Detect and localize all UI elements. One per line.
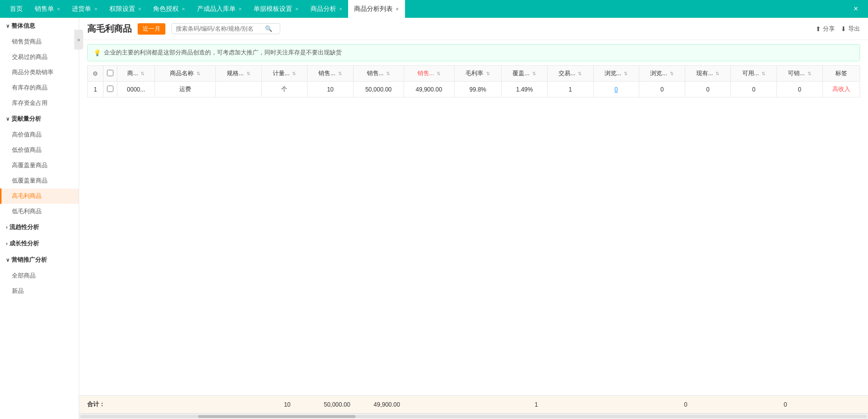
col-tag[interactable]: 标签 — [822, 66, 860, 82]
scrollbar-track[interactable] — [80, 415, 867, 418]
footer-trade: 1 — [511, 401, 562, 408]
col-code[interactable]: 商... ⇅ — [117, 66, 155, 82]
sidebar: ∨ 整体信息 销售货商品 交易过的商品 商品分类助销率 有库存的商品 库存资金占… — [0, 18, 79, 419]
sidebar-item-sales-goods[interactable]: 销售货商品 — [0, 34, 79, 49]
row-sales-cost: 49,900.00 — [404, 82, 454, 97]
col-trade[interactable]: 交易... ⇅ — [547, 66, 593, 82]
col-stock-current[interactable]: 现有... ⇅ — [685, 66, 731, 82]
nav-item-home[interactable]: 首页 — [4, 0, 29, 18]
col-sales-qty[interactable]: 销售... ⇅ — [307, 66, 354, 82]
nav-close-sales[interactable]: × — [57, 6, 60, 12]
search-icon[interactable]: 🔍 — [265, 25, 272, 32]
sidebar-item-low-margin[interactable]: 低毛利商品 — [0, 204, 79, 219]
row-index: 1 — [88, 82, 103, 97]
col-unit[interactable]: 计量... ⇅ — [261, 66, 307, 82]
row-sales-qty: 10 — [307, 82, 354, 97]
col-spec[interactable]: 规格... ⇅ — [216, 66, 262, 82]
sidebar-item-high-margin[interactable]: 高毛利商品 — [0, 188, 79, 204]
nav-item-analysis[interactable]: 商品分析 × — [305, 0, 348, 18]
nav-item-stock-in[interactable]: 产成品入库单 × — [191, 0, 248, 18]
row-browse2: 0 — [639, 82, 685, 97]
arrow-overall: ∨ — [6, 23, 9, 29]
sidebar-group-marketing[interactable]: ∨ 营销推广分析 — [0, 252, 79, 268]
nav-close-role[interactable]: × — [182, 6, 185, 12]
sidebar-item-in-stock[interactable]: 有库存的商品 — [0, 80, 79, 95]
arrow-growth: › — [6, 241, 7, 246]
sort-icon-coverage: ⇅ — [532, 71, 536, 76]
nav-item-purchase[interactable]: 进货单 × — [66, 0, 103, 18]
share-button[interactable]: ⬆ 分享 — [816, 25, 835, 33]
sidebar-item-high-coverage[interactable]: 高覆盖量商品 — [0, 158, 79, 173]
col-stock-available[interactable]: 可用... ⇅ — [731, 66, 777, 82]
sort-icon-gross-margin: ⇅ — [486, 71, 490, 76]
row-checkbox-cell[interactable] — [103, 82, 117, 97]
nav-item-analysis-list[interactable]: 商品分析列表 × — [348, 0, 405, 18]
footer-sales-cost: 49,900.00 — [362, 401, 412, 408]
footer-stock-current: 0 — [661, 401, 711, 408]
sidebar-collapse-button[interactable]: « — [74, 30, 83, 49]
col-name[interactable]: 商品名称 ⇅ — [155, 66, 216, 82]
settings-icon[interactable]: ⚙ — [93, 70, 98, 77]
sidebar-group-contribution[interactable]: ∨ 贡献量分析 — [0, 111, 79, 127]
col-settings[interactable]: ⚙ — [88, 66, 103, 82]
sidebar-group-overall[interactable]: ∨ 整体信息 — [0, 18, 79, 34]
row-gross-margin: 99.8% — [454, 82, 502, 97]
row-checkbox[interactable] — [107, 86, 113, 92]
arrow-trend: › — [6, 225, 7, 230]
sort-icon-unit: ⇅ — [292, 71, 296, 76]
sidebar-group-trend[interactable]: › 流趋性分析 — [0, 219, 79, 235]
nav-item-permission[interactable]: 权限设置 × — [103, 0, 147, 18]
nav-item-sales[interactable]: 销售单 × — [29, 0, 66, 18]
search-input[interactable] — [176, 25, 265, 32]
sidebar-item-new-goods[interactable]: 新品 — [0, 283, 79, 299]
sidebar-item-low-coverage[interactable]: 低覆盖量商品 — [0, 173, 79, 188]
sidebar-item-all-goods[interactable]: 全部商品 — [0, 268, 79, 283]
sort-icon-browse2: ⇅ — [670, 71, 674, 76]
nav-close-stock-in[interactable]: × — [239, 6, 242, 12]
row-stock-current: 0 — [685, 82, 731, 97]
share-icon: ⬆ — [816, 25, 821, 33]
row-sales-amt: 50,000.00 — [353, 82, 404, 97]
search-box[interactable]: 🔍 — [171, 23, 280, 34]
row-tag: 高收入 — [822, 82, 860, 97]
main-layout: ∨ 整体信息 销售货商品 交易过的商品 商品分类助销率 有库存的商品 库存资金占… — [0, 18, 868, 419]
nav-close-analysis-list[interactable]: × — [396, 6, 399, 12]
table-wrapper[interactable]: ⚙ 商... ⇅ 商品名称 ⇅ — [79, 65, 868, 395]
col-browse1[interactable]: 浏览... ⇅ — [593, 66, 639, 82]
sidebar-group-growth[interactable]: › 成长性分析 — [0, 235, 79, 252]
nav-close-analysis[interactable]: × — [339, 6, 342, 12]
sort-icon-trade: ⇅ — [578, 71, 582, 76]
filter-recent-month-button[interactable]: 近一月 — [138, 23, 165, 35]
select-all-checkbox[interactable] — [107, 70, 113, 76]
table-row: 1 0000... 运费 个 10 50,000.00 49,900.00 99… — [88, 82, 860, 97]
close-window-button[interactable]: × — [848, 4, 864, 13]
row-spec — [216, 82, 262, 97]
sidebar-item-low-value[interactable]: 低价值商品 — [0, 142, 79, 158]
col-gross-margin[interactable]: 毛利率 ⇅ — [454, 66, 502, 82]
col-stock-salable[interactable]: 可销... ⇅ — [777, 66, 823, 82]
nav-close-permission[interactable]: × — [138, 6, 141, 12]
scrollbar-thumb[interactable] — [198, 415, 356, 418]
export-button[interactable]: ⬇ 导出 — [841, 25, 860, 33]
row-browse1[interactable]: 0 — [593, 82, 639, 97]
row-coverage: 1.49% — [502, 82, 548, 97]
col-sales-amt[interactable]: 销售... ⇅ — [353, 66, 404, 82]
nav-close-template[interactable]: × — [295, 6, 298, 12]
col-coverage[interactable]: 覆盖... ⇅ — [502, 66, 548, 82]
sidebar-item-traded-goods[interactable]: 交易过的商品 — [0, 49, 79, 65]
nav-close-purchase[interactable]: × — [94, 6, 97, 12]
sidebar-item-stock-capital[interactable]: 库存资金占用 — [0, 95, 79, 111]
row-name: 运费 — [155, 82, 216, 97]
content-header: 高毛利商品 近一月 🔍 ⬆ 分享 ⬇ 导出 — [79, 18, 868, 40]
sidebar-item-high-value[interactable]: 高价值商品 — [0, 127, 79, 142]
horizontal-scrollbar[interactable] — [79, 413, 868, 419]
page-title: 高毛利商品 — [87, 23, 132, 35]
col-browse2[interactable]: 浏览... ⇅ — [639, 66, 685, 82]
nav-item-template[interactable]: 单据模板设置 × — [248, 0, 304, 18]
sort-icon-browse1: ⇅ — [624, 71, 628, 76]
sidebar-item-category-rate[interactable]: 商品分类助销率 — [0, 65, 79, 80]
nav-item-role[interactable]: 角色授权 × — [147, 0, 191, 18]
row-code: 0000... — [117, 82, 155, 97]
col-checkbox[interactable] — [103, 66, 117, 82]
col-sales-cost[interactable]: 销售... ⇅ — [404, 66, 454, 82]
